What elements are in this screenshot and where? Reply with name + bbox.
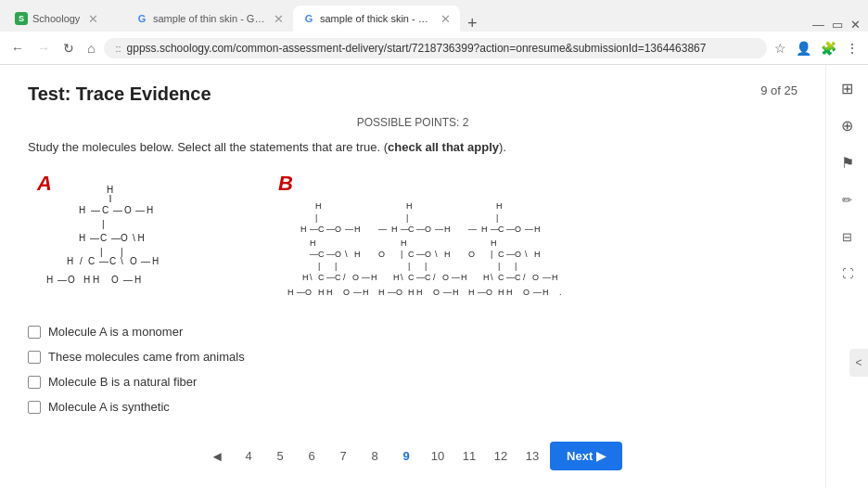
url-box[interactable]: :: gppss.schoology.com/common-assessment… xyxy=(104,38,767,58)
page-11-button[interactable]: 11 xyxy=(455,443,483,470)
page-header: Test: Trace Evidence 9 of 25 xyxy=(28,83,798,105)
url-text: gppss.schoology.com/common-assessment-de… xyxy=(127,42,756,55)
svg-text:H: H xyxy=(444,225,451,234)
option-label-1: Molecule A is a monomer xyxy=(48,325,183,339)
reload-button[interactable]: ↻ xyxy=(59,39,78,58)
svg-text:—: — xyxy=(416,225,425,234)
restore-button[interactable]: ▭ xyxy=(832,18,843,32)
svg-text:C: C xyxy=(425,273,431,282)
svg-text:\: \ xyxy=(310,273,313,282)
svg-text:/: / xyxy=(80,256,83,266)
svg-text:O: O xyxy=(532,273,539,282)
profile-button[interactable]: 👤 xyxy=(794,39,813,58)
svg-text:H: H xyxy=(391,225,398,234)
option-checkbox-1[interactable] xyxy=(28,326,41,339)
svg-text:—: — xyxy=(353,288,362,297)
svg-text:H: H xyxy=(310,238,316,248)
svg-text:\: \ xyxy=(525,250,528,259)
svg-text:—: — xyxy=(506,225,515,234)
svg-text:O: O xyxy=(515,250,521,259)
svg-text:H: H xyxy=(542,288,549,297)
svg-text:\ H: \ H xyxy=(133,233,145,243)
svg-text:H: H xyxy=(302,273,309,282)
browser-actions: ☆ 👤 🧩 ⋮ xyxy=(772,39,861,58)
extensions-button[interactable]: 🧩 xyxy=(819,39,838,58)
expand-icon[interactable]: ⛶ xyxy=(834,260,862,288)
svg-text:C: C xyxy=(515,273,521,282)
svg-text:C: C xyxy=(318,273,325,282)
tab-thin-skin[interactable]: G sample of thin skin - Google Se ✕ xyxy=(126,6,293,32)
tab-thin-skin-close[interactable]: ✕ xyxy=(274,12,284,26)
svg-text:O: O xyxy=(523,288,530,297)
bookmark-button[interactable]: ☆ xyxy=(772,39,788,58)
tab-schoology-close[interactable]: ✕ xyxy=(88,12,98,26)
right-panel: ⊞ ⊕ ⚑ ✏ ⊟ ⛶ < xyxy=(825,65,868,488)
google-favicon-2: G xyxy=(302,12,315,25)
home-button[interactable]: ⌂ xyxy=(83,39,98,58)
svg-text:—: — xyxy=(326,273,335,282)
page-8-button[interactable]: 8 xyxy=(361,443,389,470)
page-5-button[interactable]: 5 xyxy=(266,443,294,470)
close-window-button[interactable]: ✕ xyxy=(850,18,861,32)
page-13-button[interactable]: 13 xyxy=(518,443,546,470)
page-title: Test: Trace Evidence xyxy=(28,83,211,105)
svg-text:O: O xyxy=(335,250,341,259)
page-12-button[interactable]: 12 xyxy=(487,443,515,470)
svg-text:H: H xyxy=(534,225,541,234)
main-content: Test: Trace Evidence 9 of 25 POSSIBLE PO… xyxy=(0,65,868,488)
grid-icon[interactable]: ⊞ xyxy=(834,74,862,102)
svg-text:O: O xyxy=(515,225,521,234)
minimize-button[interactable]: — xyxy=(812,18,824,32)
back-button[interactable]: ← xyxy=(7,39,28,58)
page-6-button[interactable]: 6 xyxy=(298,443,326,470)
svg-text:H: H xyxy=(67,256,73,266)
svg-text:H: H xyxy=(300,225,307,234)
svg-text:O: O xyxy=(378,250,385,259)
browser-chrome: S Schoology ✕ G sample of thin skin - Go… xyxy=(0,0,868,65)
page-10-button[interactable]: 10 xyxy=(424,443,452,470)
tab-schoology[interactable]: S Schoology ✕ xyxy=(6,6,126,32)
svg-text:H: H xyxy=(461,273,467,282)
svg-text:—: — xyxy=(297,288,305,297)
svg-text:—: — xyxy=(345,225,353,234)
svg-text:O: O xyxy=(130,256,137,266)
svg-text:C: C xyxy=(498,225,504,234)
option-checkbox-4[interactable] xyxy=(28,401,41,414)
svg-text:H: H xyxy=(315,201,322,211)
collapse-panel-button[interactable]: < xyxy=(849,349,868,377)
svg-text:—: — xyxy=(416,250,425,259)
prev-page-button[interactable]: ◄ xyxy=(203,443,231,470)
tab-thick-skin[interactable]: G sample of thick skin - Google S ✕ xyxy=(293,6,460,32)
svg-text:\: \ xyxy=(345,250,348,259)
svg-text:|: | xyxy=(102,219,105,229)
svg-text:H: H xyxy=(406,201,413,211)
page-4-button[interactable]: 4 xyxy=(235,443,262,470)
option-item: Molecule B is a natural fiber xyxy=(28,375,798,389)
svg-text:C: C xyxy=(102,205,108,215)
page-9-button[interactable]: 9 xyxy=(392,443,420,470)
page-7-button[interactable]: 7 xyxy=(329,443,357,470)
svg-text:—: — xyxy=(310,225,318,234)
more-button[interactable]: ⋮ xyxy=(844,39,861,58)
pencil-icon[interactable]: ✏ xyxy=(834,186,862,213)
svg-text:—: — xyxy=(99,256,108,266)
forward-button[interactable]: → xyxy=(33,39,54,58)
option-checkbox-2[interactable] xyxy=(28,351,41,364)
flag-icon[interactable]: ⚑ xyxy=(834,148,862,176)
google-favicon-1: G xyxy=(135,12,148,25)
svg-text:H: H xyxy=(401,238,407,248)
svg-text:—: — xyxy=(468,225,477,234)
svg-text:H: H xyxy=(444,250,451,259)
svg-text:|: | xyxy=(406,213,408,223)
table-icon[interactable]: ⊟ xyxy=(834,223,862,250)
svg-text:.: . xyxy=(559,288,562,297)
help-circle-icon[interactable]: ⊕ xyxy=(834,111,862,139)
new-tab-button[interactable]: + xyxy=(460,15,485,32)
svg-text:H: H xyxy=(483,273,490,282)
tab-thick-skin-close[interactable]: ✕ xyxy=(440,12,451,26)
tab-bar: S Schoology ✕ G sample of thin skin - Go… xyxy=(0,0,868,32)
svg-text:H: H xyxy=(491,238,497,248)
svg-text:/: / xyxy=(433,273,436,282)
next-button[interactable]: Next ▶ xyxy=(550,442,622,470)
option-checkbox-3[interactable] xyxy=(28,376,41,389)
